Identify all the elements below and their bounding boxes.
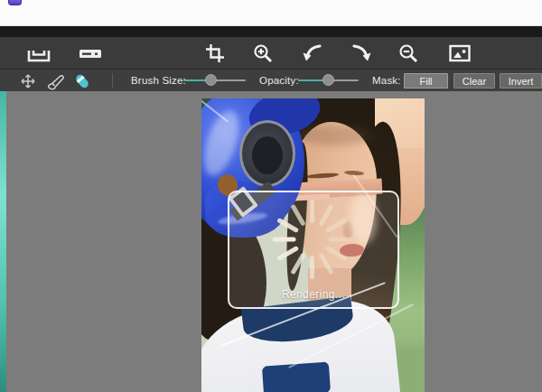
- spinner-ray: [310, 200, 314, 223]
- titlebar-dark-strip: [0, 26, 542, 37]
- app-icon: [8, 0, 22, 5]
- spinner-ray: [276, 246, 299, 261]
- move-tool-icon[interactable]: [17, 71, 39, 90]
- mask-fill-button[interactable]: Fill: [404, 73, 448, 89]
- spinner-ray: [272, 238, 295, 242]
- brush-tool-icon[interactable]: [45, 71, 67, 90]
- toolbar-divider: [112, 73, 113, 88]
- mask-label: Mask:: [372, 70, 401, 91]
- brush-size-slider[interactable]: [183, 79, 246, 81]
- opacity-label: Opacity:: [259, 70, 299, 91]
- spinner-ray: [310, 256, 314, 279]
- brush-size-label: Brush Size:: [131, 70, 186, 91]
- opacity-slider-thumb[interactable]: [322, 74, 334, 86]
- mask-invert-button[interactable]: Invert: [500, 73, 542, 89]
- window-strip: [0, 0, 542, 26]
- brush-size-slider-thumb[interactable]: [205, 74, 217, 86]
- spinner-ray: [290, 252, 305, 275]
- redo-icon[interactable]: [349, 41, 374, 66]
- tool-options-bar: Brush Size: Opacity: Mask: Fill Clear In…: [0, 69, 542, 91]
- spinner-ray: [290, 204, 305, 227]
- canvas-area: Rendering...: [0, 91, 542, 392]
- zoom-out-icon[interactable]: [396, 41, 421, 66]
- rendering-overlay: Rendering...: [228, 191, 399, 309]
- undo-icon[interactable]: [300, 41, 325, 66]
- crop-icon[interactable]: [202, 41, 228, 66]
- image-icon[interactable]: [447, 41, 472, 66]
- rendering-status-text: Rendering...: [229, 288, 397, 301]
- photo-bin-icon[interactable]: [26, 41, 51, 66]
- spinner-ray: [318, 204, 333, 227]
- spinner-ray: [324, 218, 347, 233]
- spinner-ray: [328, 238, 351, 242]
- zoom-in-icon[interactable]: [250, 41, 276, 66]
- spinner-ray: [276, 218, 299, 233]
- photo-forehead-shadow: [295, 126, 371, 145]
- tool-options-icon[interactable]: [78, 41, 103, 66]
- photo-shirt-patch: [262, 361, 331, 392]
- eraser-tool-icon[interactable]: [71, 71, 93, 90]
- mask-clear-button[interactable]: Clear: [453, 73, 495, 89]
- main-toolbar: [0, 37, 542, 69]
- opacity-slider[interactable]: [298, 79, 359, 81]
- spinner-ray: [318, 252, 333, 275]
- photo-ear-pad-core: [252, 136, 283, 174]
- spinner-ray: [324, 246, 347, 261]
- left-accent-strip: [0, 91, 6, 392]
